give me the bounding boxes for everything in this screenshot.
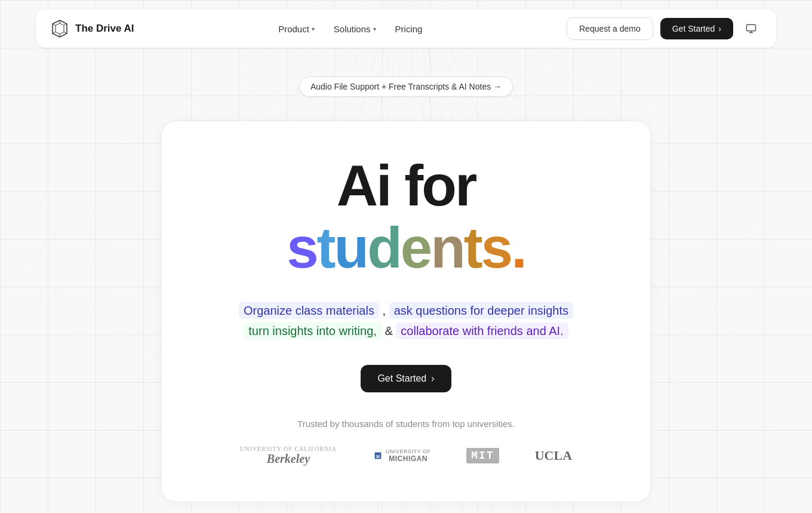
hero-title-line1: Ai for [210,157,602,214]
trusted-text: Trusted by thousands of students from to… [210,419,602,429]
svg-marker-30 [56,23,64,34]
nav-links: Product ▾ Solutions ▾ Pricing [270,19,430,39]
subtitle-highlight-questions: ask questions for deeper insights [389,302,573,319]
subtitle-highlight-collaborate: collaborate with friends and AI. [396,322,568,339]
main-content: The Drive AI Product ▾ Solutions ▾ Prici… [0,10,812,502]
brand-logo-link[interactable]: The Drive AI [50,19,134,38]
announcement-badge[interactable]: Audio File Support + Free Transcripts & … [299,76,513,97]
svg-rect-37 [746,24,755,31]
hero-subtitle: Organize class materials , ask questions… [210,300,602,341]
brand-name: The Drive AI [75,23,134,35]
get-started-hero-button[interactable]: Get Started › [361,365,451,392]
subtitle-highlight-writing: turn insights into writing, [244,322,382,339]
berkeley-logo: UNIVERSITY OF CALIFORNIA Berkeley [240,446,337,466]
nav-actions: Request a demo Get Started › [567,17,762,40]
letter-s: s [287,219,316,277]
letter-t: t [317,219,334,277]
get-started-nav-button[interactable]: Get Started › [660,18,733,39]
arrow-right-icon: › [431,373,434,384]
nav-pricing[interactable]: Pricing [387,19,431,39]
svg-text:M: M [376,454,380,459]
subtitle-highlight-organize: Organize class materials [239,302,379,319]
navbar: The Drive AI Product ▾ Solutions ▾ Prici… [36,10,776,48]
arrow-right-icon: › [718,24,721,33]
letter-n: n [430,219,464,277]
request-demo-button[interactable]: Request a demo [567,17,653,40]
hero-section: Audio File Support + Free Transcripts & … [0,48,812,502]
chevron-down-icon: ▾ [373,26,376,32]
michigan-logo: M UNIVERSITY OF MICHIGAN [373,449,430,463]
mit-logo: MIT [466,448,499,463]
subtitle-comma1: , [383,304,389,317]
brand-logo-icon [50,19,69,38]
chevron-down-icon: ▾ [312,26,315,32]
hero-title-line2: s t u d e n t s . [210,219,602,277]
letter-t2: t [464,219,481,277]
letter-u: u [334,219,368,277]
nav-solutions[interactable]: Solutions ▾ [325,19,385,39]
hero-card: Ai for s t u d e n t s . Organize class … [161,121,651,502]
letter-d: d [367,219,401,277]
subtitle-amp: & [385,324,396,337]
announcement-text: Audio File Support + Free Transcripts & … [310,82,502,91]
monitor-icon[interactable] [740,18,762,39]
university-logos: UNIVERSITY OF CALIFORNIA Berkeley M UNIV… [210,446,602,466]
letter-s2: s [481,219,511,277]
nav-product[interactable]: Product ▾ [270,19,323,39]
letter-e: e [401,219,430,277]
page-wrapper: The Drive AI Product ▾ Solutions ▾ Prici… [0,0,812,513]
letter-dot: . [511,219,525,277]
ucla-logo: UCLA [535,448,572,463]
